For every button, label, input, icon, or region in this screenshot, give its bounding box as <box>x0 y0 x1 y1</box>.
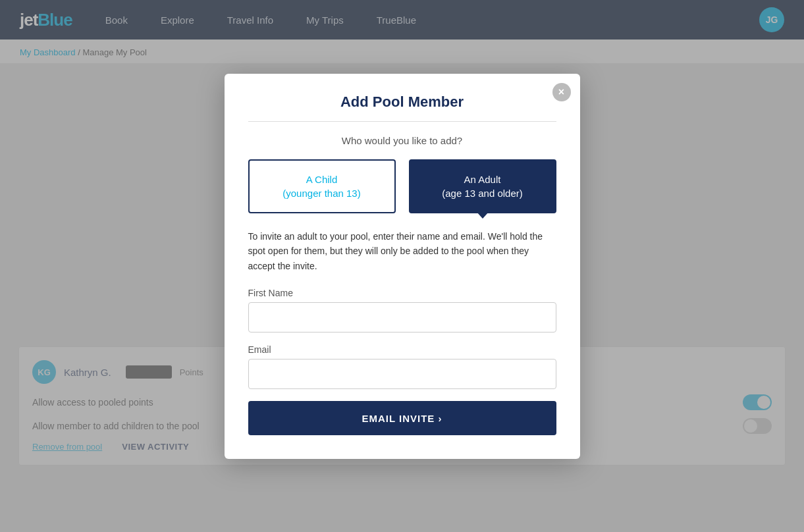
first-name-label: First Name <box>248 288 556 298</box>
adult-type-button[interactable]: An Adult (age 13 and older) <box>409 159 556 213</box>
email-label: Email <box>248 344 556 355</box>
first-name-input[interactable] <box>248 302 556 332</box>
modal-close-button[interactable]: × <box>552 83 571 101</box>
email-input[interactable] <box>248 359 556 389</box>
modal-title: Add Pool Member <box>248 93 556 111</box>
modal-divider <box>248 121 556 122</box>
add-pool-member-modal: × Add Pool Member Who would you like to … <box>225 74 580 459</box>
child-type-button[interactable]: A Child (younger than 13) <box>248 159 396 213</box>
invite-description: To invite an adult to your pool, enter t… <box>248 229 556 273</box>
email-invite-button[interactable]: EMAIL INVITE › <box>248 401 556 435</box>
modal-who-label: Who would you like to add? <box>248 135 556 146</box>
member-type-selector: A Child (younger than 13) An Adult (age … <box>248 159 556 213</box>
